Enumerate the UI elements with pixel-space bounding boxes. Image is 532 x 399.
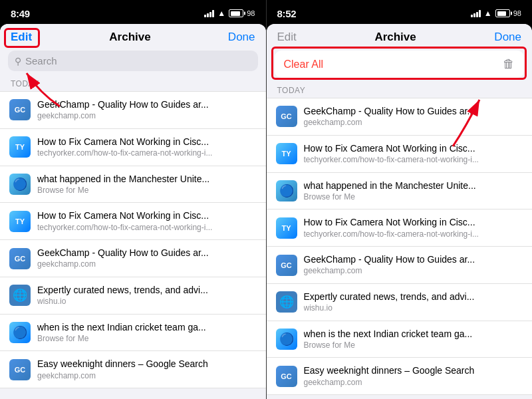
item-title: when is the next Indian cricket team ga.… xyxy=(304,328,523,340)
right-status-icons: ▲ 98 xyxy=(471,9,521,18)
wifi-icon: ▲ xyxy=(217,9,225,18)
battery-level: 98 xyxy=(513,9,521,17)
wifi-icon: ▲ xyxy=(484,9,492,18)
avatar: TY xyxy=(9,136,31,158)
right-nav-title: Archive xyxy=(374,31,416,44)
battery-icon xyxy=(229,9,243,17)
item-subtitle: techyorker.com/how-to-fix-camera-not-wor… xyxy=(37,148,257,159)
signal-icon xyxy=(471,9,481,17)
item-subtitle: geekchamp.com xyxy=(37,371,257,382)
item-title: How to Fix Camera Not Working in Cisc... xyxy=(304,216,523,228)
item-title: what happened in the Manchester Unite... xyxy=(37,173,257,185)
list-item[interactable]: GC GeekChamp - Quality How to Guides ar.… xyxy=(267,247,533,284)
avatar: GC xyxy=(276,106,297,127)
list-item[interactable]: 🔵 what happened in the Manchester Unite.… xyxy=(0,166,266,203)
left-edit-button[interactable]: Edit xyxy=(11,31,32,44)
item-subtitle: geekchamp.com xyxy=(304,118,523,128)
list-item[interactable]: TY How to Fix Camera Not Working in Cisc… xyxy=(267,136,533,173)
right-edit-button[interactable]: Edit xyxy=(277,31,297,44)
item-title: How to Fix Camera Not Working in Cisc... xyxy=(37,136,257,148)
left-nav-bar: Edit Archive Done xyxy=(0,24,266,48)
right-panel: 8:52 ▲ 98 Edit Archive Done Clear All � xyxy=(267,0,533,399)
item-subtitle: geekchamp.com xyxy=(304,378,523,388)
right-section-header: TODAY xyxy=(267,83,533,98)
item-title: Expertly curated news, trends, and advi.… xyxy=(37,284,257,296)
trash-icon: 🗑 xyxy=(503,57,515,71)
search-icon: ⚲ xyxy=(15,56,21,66)
item-subtitle: Browse for Me xyxy=(37,186,257,196)
left-phone-content: Edit Archive Done ⚲ Search TODAY GC Geek… xyxy=(0,24,266,399)
list-item[interactable]: GC GeekChamp - Quality How to Guides ar.… xyxy=(0,91,266,129)
list-item[interactable]: TY How to Fix Camera Not Working in Cisc… xyxy=(0,203,266,240)
avatar: 🔵 xyxy=(276,329,297,350)
item-title: How to Fix Camera Not Working in Cisc... xyxy=(37,209,257,221)
avatar: GC xyxy=(9,99,31,120)
list-item[interactable]: TY How to Fix Camera Not Working in Cisc… xyxy=(0,129,266,166)
right-phone-content: Edit Archive Done Clear All 🗑 TODAY GC G… xyxy=(267,24,533,399)
list-item[interactable]: 🔵 when is the next Indian cricket team g… xyxy=(267,321,533,358)
left-search-container: ⚲ Search xyxy=(0,48,266,76)
battery-level: 98 xyxy=(247,9,255,17)
right-list: GC GeekChamp - Quality How to Guides ar.… xyxy=(267,98,533,399)
item-subtitle: wishu.io xyxy=(304,303,523,314)
avatar: GC xyxy=(9,248,31,269)
avatar: GC xyxy=(276,255,297,276)
item-subtitle: techyorker.com/how-to-fix-camera-not-wor… xyxy=(304,229,523,240)
list-item[interactable]: GC GeekChamp - Quality How to Guides ar.… xyxy=(267,98,533,136)
avatar: GC xyxy=(9,359,31,380)
item-subtitle: Browse for Me xyxy=(304,340,523,351)
item-subtitle: Browse for Me xyxy=(304,192,523,203)
item-subtitle: Browse for Me xyxy=(37,334,257,344)
item-title: How to Fix Camera Not Working in Cisc... xyxy=(304,142,523,154)
left-status-icons: ▲ 98 xyxy=(204,9,255,18)
list-item[interactable]: 🔵 what happened in the Manchester Unite.… xyxy=(267,173,533,210)
avatar: GC xyxy=(276,366,297,387)
signal-icon xyxy=(204,9,214,17)
left-time: 8:49 xyxy=(11,8,30,19)
item-title: GeekChamp - Quality How to Guides ar... xyxy=(304,105,523,117)
item-subtitle: techyorker.com/how-to-fix-camera-not-wor… xyxy=(37,223,257,233)
list-item[interactable]: 🔵 when is the next Indian cricket team g… xyxy=(0,315,266,352)
item-subtitle: wishu.io xyxy=(37,297,257,307)
list-item[interactable]: GC GeekChamp - Quality How to Guides ar.… xyxy=(0,240,266,277)
left-done-button[interactable]: Done xyxy=(228,31,255,44)
clear-all-bar[interactable]: Clear All 🗑 xyxy=(275,51,525,78)
item-title: GeekChamp - Quality How to Guides ar... xyxy=(37,98,257,110)
item-title: what happened in the Manchester Unite... xyxy=(304,180,523,192)
item-subtitle: geekchamp.com xyxy=(304,266,523,277)
item-title: GeekChamp - Quality How to Guides ar... xyxy=(304,253,523,265)
right-done-button[interactable]: Done xyxy=(494,31,521,44)
item-subtitle: techyorker.com/how-to-fix-camera-not-wor… xyxy=(304,155,523,166)
avatar: 🌐 xyxy=(9,285,31,306)
avatar: TY xyxy=(276,143,297,164)
item-title: Easy weeknight dinners – Google Search xyxy=(304,364,523,376)
avatar: 🔵 xyxy=(9,174,31,195)
avatar: TY xyxy=(276,217,297,239)
left-nav-title: Archive xyxy=(109,31,150,44)
item-title: GeekChamp - Quality How to Guides ar... xyxy=(37,247,257,259)
list-item[interactable]: 🌐 Expertly curated news, trends, and adv… xyxy=(0,277,266,315)
left-list: GC GeekChamp - Quality How to Guides ar.… xyxy=(0,91,266,399)
right-status-bar: 8:52 ▲ 98 xyxy=(267,0,533,24)
left-status-bar: 8:49 ▲ 98 xyxy=(0,0,266,24)
list-item[interactable]: 🌐 Expertly curated news, trends, and adv… xyxy=(267,284,533,321)
left-search-bar[interactable]: ⚲ Search xyxy=(8,51,258,71)
avatar: TY xyxy=(9,211,31,232)
item-title: Easy weeknight dinners – Google Search xyxy=(37,358,257,370)
item-subtitle: geekchamp.com xyxy=(37,111,257,122)
avatar: 🌐 xyxy=(276,291,297,313)
list-item[interactable]: TY How to Fix Camera Not Working in Cisc… xyxy=(267,209,533,247)
right-nav-bar: Edit Archive Done xyxy=(267,24,533,48)
list-item[interactable]: GC Easy weeknight dinners – Google Searc… xyxy=(0,351,266,388)
left-section-header: TODAY xyxy=(0,76,266,91)
list-item[interactable]: GC Easy weeknight dinners – Google Searc… xyxy=(267,358,533,395)
item-title: Expertly curated news, trends, and advi.… xyxy=(304,291,523,303)
avatar: 🔵 xyxy=(276,180,297,201)
left-panel: 8:49 ▲ 98 Edit Archive Done ⚲ xyxy=(0,0,266,399)
clear-all-label: Clear All xyxy=(284,59,324,70)
avatar: 🔵 xyxy=(9,322,31,343)
item-title: when is the next Indian cricket team ga.… xyxy=(37,321,257,333)
battery-icon xyxy=(495,9,510,17)
left-search-placeholder: Search xyxy=(25,55,57,66)
right-time: 8:52 xyxy=(277,8,297,19)
